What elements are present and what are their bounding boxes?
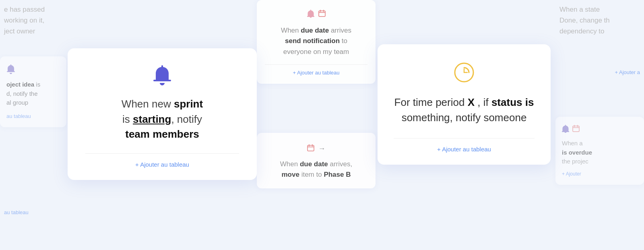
- scene: e has passed working on it, ject owner a…: [0, 0, 644, 250]
- far-right-line3: dependency to: [559, 26, 640, 37]
- left-bg-text1: oject idea: [6, 81, 34, 88]
- due-date-notify-icons: [265, 10, 367, 20]
- bell-icon-sprint: [85, 64, 239, 89]
- time-period-add-link[interactable]: + Ajouter au tableau: [394, 146, 535, 153]
- left-bg-add-link[interactable]: au tableau: [6, 113, 60, 119]
- far-left-line2: working on it,: [4, 15, 60, 26]
- due-date-notify-text: When due date arrives send notification …: [265, 25, 367, 57]
- bell-icon-far-right: [562, 125, 569, 135]
- due-date-notify-card: When due date arrives send notification …: [257, 0, 376, 84]
- sprint-card-text: When new sprint is starting, notify team…: [85, 97, 239, 142]
- time-period-card: For time period X , if status is somethi…: [378, 44, 551, 165]
- left-bottom-add-link[interactable]: au tableau: [0, 209, 29, 215]
- svg-rect-0: [319, 11, 325, 17]
- far-left-line3: ject owner: [4, 26, 60, 37]
- due-date-move-text: When due date arrives, move item to Phas…: [265, 159, 367, 180]
- far-left-line1: e has passed: [4, 4, 60, 15]
- svg-rect-4: [308, 145, 314, 151]
- far-right-card: When a is overdue the projec + Ajouter: [555, 117, 644, 185]
- sprint-card-divider: [85, 153, 239, 154]
- far-right-card-text: When a is overdue the projec: [562, 139, 638, 166]
- due-date-move-card: → When due date arrives, move item to Ph…: [257, 133, 376, 188]
- svg-rect-11: [573, 126, 579, 132]
- time-period-divider: [394, 138, 535, 138]
- calendar-icon-far-right: [572, 125, 580, 135]
- far-left-bg-text: e has passed working on it, ject owner: [0, 0, 64, 41]
- bell-icon-due-notify: [307, 10, 314, 20]
- far-right-card-icons: [562, 125, 638, 135]
- far-right-bg-text: When a state Done, change th dependency …: [555, 0, 644, 41]
- calendar-icon-due-notify: [318, 10, 326, 20]
- clock-icon-time: [394, 62, 535, 87]
- bell-icon-left-bg: [6, 64, 60, 76]
- due-date-move-icons: →: [265, 144, 367, 153]
- left-bg-card: oject idea is d, notify the al group au …: [0, 56, 66, 127]
- due-date-notify-add-link[interactable]: + Ajouter au tableau: [265, 70, 367, 76]
- far-right-top-add-link[interactable]: + Ajouter a: [615, 69, 640, 75]
- far-right-line1: When a state: [559, 4, 640, 15]
- sprint-card-add-link[interactable]: + Ajouter au tableau: [85, 161, 239, 168]
- far-right-card-add-link[interactable]: + Ajouter: [562, 171, 638, 177]
- sprint-card: When new sprint is starting, notify team…: [68, 48, 257, 180]
- time-period-card-text: For time period X , if status is somethi…: [394, 95, 535, 125]
- due-date-notify-divider: [265, 64, 367, 65]
- far-right-line2: Done, change th: [559, 15, 640, 26]
- arrow-icon-move: →: [318, 145, 326, 153]
- calendar-icon-move: [307, 144, 314, 153]
- left-bg-card-text: oject idea is d, notify the al group: [6, 80, 60, 107]
